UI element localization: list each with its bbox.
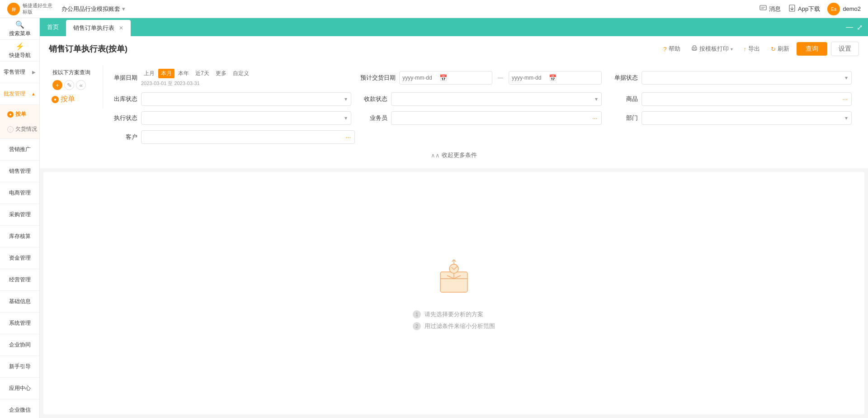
sidebar-item-quick-nav[interactable]: ⚡ 快捷导航 [0,40,39,62]
scheme-collapse-btn[interactable]: « [76,80,86,90]
date-shortcut-lastmonth[interactable]: 上月 [141,69,157,78]
sidebar-sub-label-debt: 欠货情况 [15,125,37,133]
sidebar-item-finance[interactable]: 资金管理 [0,247,39,269]
tab-close-icon[interactable]: ✕ [119,25,123,31]
search-button[interactable]: 查询 [797,42,827,56]
quick-nav-icon: ⚡ [15,42,24,51]
collapse-label: 收起更多条件 [442,151,477,159]
filter-area: 按以下方案查询 + ✎ « [40,60,868,168]
settings-button[interactable]: 设置 [831,42,859,56]
logo-text: 畅捷通好生意 标版 [23,3,52,14]
date-shortcuts-row: 上月 本月 本年 近7天 更多 自定义 [141,69,351,78]
sidebar-item-operations[interactable]: 经营管理 [0,269,39,291]
app-download-label: App下载 [798,5,820,13]
doc-status-select[interactable]: ▾ [642,71,852,85]
help-button[interactable]: ? 帮助 [660,43,684,55]
sidebar-label-apps: 应用中心 [9,385,31,392]
exec-status-select[interactable]: ▾ [141,111,351,125]
sidebar-sub-label-order: 按单 [15,110,26,118]
filter-form: 单据日期 上月 本月 本年 近7天 更多 自定义 [103,65,859,147]
refresh-button[interactable]: ↻ 刷新 [767,43,793,55]
sidebar-label-marketing: 营销推广 [9,146,31,153]
collapse-bar[interactable]: ∧∧ 收起更多条件 [49,147,859,163]
date-shortcut-7days[interactable]: 近7天 [193,69,212,78]
sidebar-item-ecommerce[interactable]: 电商管理 [0,182,39,204]
calendar-end-icon[interactable]: 📅 [549,74,557,81]
tab-sales-order[interactable]: 销售订单执行表 ✕ [66,20,131,36]
sidebar-sub-item-debt[interactable]: ○ 欠货情况 [0,122,39,137]
export-label: 导出 [748,45,760,53]
tip-text-2: 用过滤条件来缩小分析范围 [425,322,495,330]
sidebar-item-apps[interactable]: 应用中心 [0,378,39,399]
sidebar-item-retail[interactable]: 零售管理 ▶ [0,62,39,83]
page-header: 销售订单执行表(按单) ? 帮助 按模板打印 ▾ ↑ [40,36,868,60]
export-icon: ↑ [744,46,747,52]
customer-more-icon: ··· [346,133,351,141]
date-label: 单据日期 [110,74,137,82]
doc-status-label: 单据状态 [611,74,638,82]
sidebar-item-marketing[interactable]: 营销推广 [0,139,39,161]
sidebar-label-purchase: 采购管理 [9,211,31,218]
dept-arrow: ▾ [845,115,848,121]
top-header: 好 畅捷通好生意 标版 办公用品行业模拟账套 ▾ 消息 [0,0,868,18]
goods-select[interactable]: ··· [642,92,852,106]
sidebar-item-newbie[interactable]: 新手引导 [0,356,39,378]
search-btn-label: 查询 [806,45,818,52]
sidebar-label-finance: 资金管理 [9,254,31,262]
expected-date-start-input[interactable] [402,75,439,81]
calendar-start-icon[interactable]: 📅 [439,74,447,81]
sidebar-label-wechat: 企业微信 [9,406,31,414]
dept-select[interactable]: ▾ [642,111,852,125]
messages-button[interactable]: 消息 [759,4,781,14]
sidebar-item-system[interactable]: 系统管理 [0,313,39,334]
sidebar-item-corp[interactable]: 企业协同 [0,334,39,356]
sidebar-item-basic[interactable]: 基础信息 [0,291,39,313]
scheme-edit-btn[interactable]: ✎ [64,80,74,90]
customer-select[interactable]: ··· [141,130,355,144]
out-status-select[interactable]: ▾ [141,92,351,106]
content-area: 销售订单执行表(按单) ? 帮助 按模板打印 ▾ ↑ [40,36,868,418]
date-shortcut-custom[interactable]: 自定义 [230,69,252,78]
sidebar-item-stock[interactable]: 库存核算 [0,226,39,247]
recv-status-select[interactable]: ▾ [391,92,601,106]
scheme-add-btn[interactable]: + [52,80,62,90]
expected-date-start-wrap: 📅 [399,71,492,85]
sidebar-item-sales[interactable]: 销售管理 [0,161,39,182]
date-shortcut-thisyear[interactable]: 本年 [175,69,192,78]
filter-row-4: 客户 ··· [110,130,852,144]
export-button[interactable]: ↑ 导出 [740,43,764,55]
breadcrumb-dropdown-icon[interactable]: ▾ [122,5,125,12]
out-status-arrow: ▾ [344,96,347,102]
sidebar-label-basic: 基础信息 [9,298,31,305]
scheme-add-icon: + [56,82,59,89]
date-shortcut-thismonth[interactable]: 本月 [158,69,175,78]
wholesale-chevron-icon: ▲ [31,91,36,96]
salesman-select[interactable]: ··· [391,111,601,125]
tab-expand-icon[interactable]: ⤢ [857,23,863,32]
tab-minimize-icon[interactable]: — [846,23,853,31]
sidebar-item-purchase[interactable]: 采购管理 [0,204,39,226]
print-label: 按模板打印 [699,45,729,53]
app-download-button[interactable]: App下载 [788,4,820,14]
expected-date-label: 预计交货日期 [360,74,396,82]
salesman-label: 业务员 [360,114,387,122]
print-button[interactable]: 按模板打印 ▾ [688,43,736,55]
sidebar-label-sales: 销售管理 [9,167,31,175]
expected-date-end-input[interactable] [512,75,548,81]
tab-home[interactable]: 首页 [40,18,66,36]
filter-row-3: 执行状态 ▾ 业务员 ··· [110,111,852,125]
tip-num-1: 1 [413,310,421,318]
sidebar-item-search[interactable]: 🔍 搜索菜单 [0,18,39,40]
filter-field-date: 单据日期 上月 本月 本年 近7天 更多 自定义 [110,69,351,87]
date-shortcut-more[interactable]: 更多 [213,69,229,78]
scheme-edit-icon: ✎ [67,82,72,89]
exec-status-label: 执行状态 [110,114,137,122]
user-name: demo2 [843,5,861,12]
sidebar-sub-item-order[interactable]: ● 按单 [0,107,39,122]
messages-label: 消息 [769,5,781,13]
scheme-item-order[interactable]: ● 按单 [49,94,103,105]
refresh-label: 刷新 [778,45,789,53]
user-menu[interactable]: Ea demo2 [827,3,861,15]
sidebar-item-wholesale[interactable]: 批发管理 ▲ [0,83,39,105]
sidebar-item-wechat[interactable]: 企业微信 [0,399,39,418]
